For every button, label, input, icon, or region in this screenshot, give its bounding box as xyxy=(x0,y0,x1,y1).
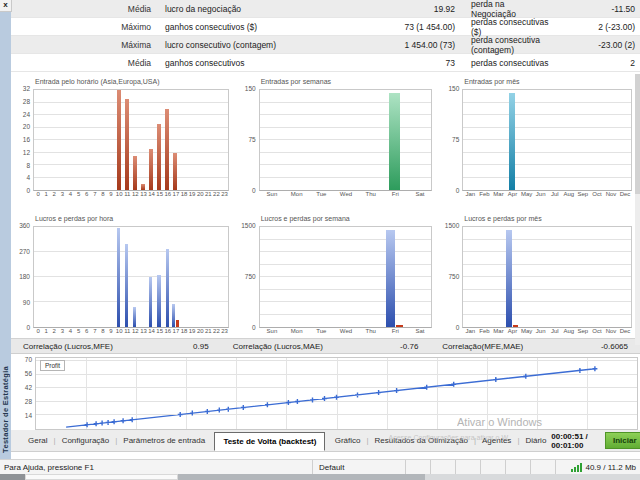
chart-slot xyxy=(99,227,107,327)
stats-row: Médialucro da negociação19.92perda na Ne… xyxy=(11,0,640,18)
tab-par-metros-de-entrada[interactable]: Parâmetros de entrada xyxy=(118,432,210,449)
y-tick-label: 150 xyxy=(245,86,256,92)
chart-slot xyxy=(309,227,334,327)
chart-slot xyxy=(155,227,163,327)
chart-slot xyxy=(187,90,195,190)
x-tick-label: Sun xyxy=(260,328,285,338)
chart-slot xyxy=(163,227,171,327)
tab-geral[interactable]: Geral xyxy=(23,432,53,449)
x-tick-label: Mar xyxy=(491,191,505,201)
tab-gr-fico[interactable]: Gráfico xyxy=(330,432,366,449)
chart-body: 048121620242832 xyxy=(13,89,229,191)
chart-slot xyxy=(195,227,203,327)
bar-entradas xyxy=(173,153,177,191)
y-tick-label: 56 xyxy=(25,371,32,377)
x-tick-label: 12 xyxy=(131,328,139,338)
status-cell xyxy=(430,460,455,474)
chart-slot xyxy=(407,90,432,190)
chart-slot xyxy=(358,90,383,190)
chart-body: 07501500 xyxy=(442,226,632,328)
status-cell xyxy=(405,460,430,474)
status-cell xyxy=(480,460,505,474)
chart-slot xyxy=(179,227,187,327)
chart-title: Lucros e perdas por mês xyxy=(442,215,632,226)
scrollbar-thumb[interactable] xyxy=(635,74,640,194)
chart-plot-area xyxy=(33,226,229,328)
taskbar-strip xyxy=(0,474,640,480)
chart-body: 090180270360 xyxy=(13,226,229,328)
x-tick-label: 19 xyxy=(188,328,196,338)
y-tick-label: 750 xyxy=(245,274,256,280)
stats-row: Máximalucro consecutivo (contagem)1 454.… xyxy=(11,36,640,54)
bar-lucros xyxy=(166,249,169,327)
x-tick-label: Jun xyxy=(534,328,548,338)
x-tick-label: 14 xyxy=(148,191,156,201)
stats-cell: lucro consecutivo (contagem) xyxy=(151,40,345,50)
y-tick-label: 24 xyxy=(23,112,30,118)
x-tick-label: 7 xyxy=(91,191,99,201)
y-tick-label: 16 xyxy=(23,137,30,143)
y-tick-label: 270 xyxy=(19,249,30,255)
chart-slot xyxy=(575,90,589,190)
x-tick-label: 21 xyxy=(204,191,212,201)
tab-teste-de-volta-backtest-[interactable]: Teste de Volta (backtest) xyxy=(214,432,325,451)
chart-slots xyxy=(34,227,228,327)
x-tick-label: Wed xyxy=(334,328,359,338)
chart-slot xyxy=(179,90,187,190)
chart-slot xyxy=(99,90,107,190)
bar-perdas xyxy=(513,325,518,327)
y-tick-label: 0 xyxy=(252,325,256,331)
chart-slot xyxy=(589,90,603,190)
x-tick-label: 22 xyxy=(212,328,220,338)
bar-lucros xyxy=(386,230,395,327)
charts-grid: Entrada pelo horário (Asia,Europa,USA)04… xyxy=(11,72,640,338)
chart-slot xyxy=(50,227,58,327)
y-tick-label: 14 xyxy=(25,413,32,419)
stats-cell: perdas consecutivas xyxy=(455,58,551,68)
chart-slots xyxy=(260,227,432,327)
chart-slot xyxy=(603,90,617,190)
chart-entries-by-hour: Entrada pelo horário (Asia,Europa,USA)04… xyxy=(13,78,229,201)
chart-slot xyxy=(284,227,309,327)
chart-slot xyxy=(505,227,519,327)
stats-row: Médiaganhos consecutivos73perdas consecu… xyxy=(11,54,640,72)
chart-plot-area xyxy=(462,89,632,191)
chart-x-axis: SunMonTueWedThuFriSat xyxy=(260,328,433,338)
correlation-label: Correlação (Lucros,MAE) xyxy=(221,342,323,351)
x-tick-label: Thu xyxy=(358,328,383,338)
x-tick-label: 16 xyxy=(164,191,172,201)
correlation-value: -0.76 xyxy=(400,342,430,351)
chart-slot xyxy=(260,227,285,327)
chart-slot xyxy=(533,227,547,327)
chart-x-axis: JanFebMarAprMayJunJulAugSepOctNovDec xyxy=(463,328,632,338)
x-tick-label: Aug xyxy=(562,328,576,338)
x-tick-label: 6 xyxy=(83,328,91,338)
chart-slot xyxy=(203,227,211,327)
start-button[interactable]: Iniciar xyxy=(605,432,640,449)
profit-chart: 1428425670 Profit Ativar o Windows xyxy=(11,354,640,430)
correlation-row: Correlação (Lucros,MFE)0.95Correlação (L… xyxy=(11,338,640,354)
x-tick-label: 3 xyxy=(58,191,66,201)
x-tick-label: Sat xyxy=(408,328,433,338)
chart-y-axis: 075150 xyxy=(239,89,259,191)
chart-x-axis: SunMonTueWedThuFriSat xyxy=(260,191,433,201)
tab-di-rio[interactable]: Diário xyxy=(520,432,551,449)
y-tick-label: 0 xyxy=(26,188,30,194)
status-memory: 40.9 / 11.2 Mb xyxy=(555,460,640,474)
x-tick-label: Oct xyxy=(590,191,604,201)
chart-slot xyxy=(90,227,98,327)
y-tick-label: 750 xyxy=(448,274,459,280)
charts-scrollbar[interactable] xyxy=(635,74,640,345)
chart-entries-by-month: Entradas por mês075150JanFebMarAprMayJun… xyxy=(442,78,632,201)
status-profile: Default xyxy=(312,460,405,474)
chart-title: Lucros e perdas por semana xyxy=(239,215,433,226)
backtest-stats-table: Médialucro da negociação19.92perda na Ne… xyxy=(11,0,640,72)
close-panel-button[interactable]: x xyxy=(0,0,12,12)
tab-configura-o[interactable]: Configuração xyxy=(57,432,115,449)
stats-cell: perda consecutiva (contagem) xyxy=(455,35,551,55)
chart-slot xyxy=(211,90,219,190)
stats-cell: 2 xyxy=(551,58,640,68)
chart-x-axis: 01234567891011121314151617181920212223 xyxy=(34,328,229,338)
chart-slot xyxy=(547,90,561,190)
chart-title: Entrada pelo horário (Asia,Europa,USA) xyxy=(13,78,229,89)
